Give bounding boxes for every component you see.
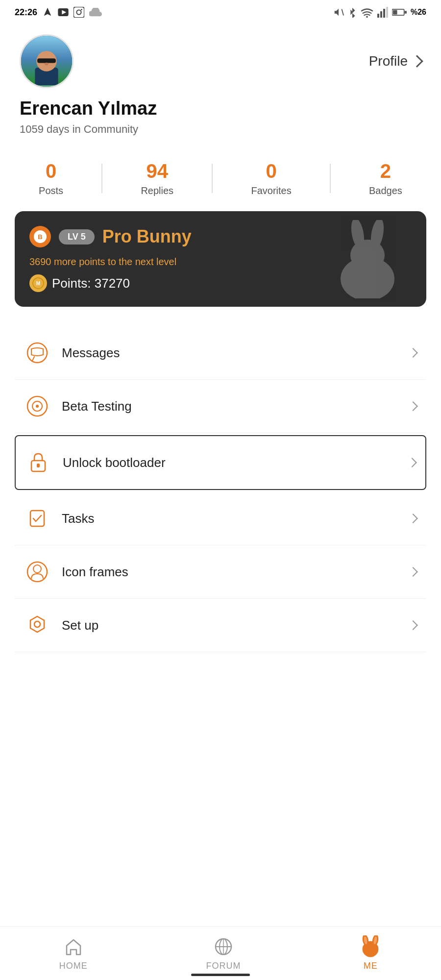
svg-text:M: M (36, 281, 40, 286)
icon-frames-label: Icon frames (62, 564, 128, 580)
tasks-chevron-icon (408, 514, 418, 523)
stat-badges-label: Badges (369, 185, 402, 196)
nav-home[interactable]: HOME (45, 931, 102, 976)
svg-point-35 (33, 565, 41, 573)
bluetooth-icon (348, 7, 357, 18)
menu-item-beta-testing[interactable]: Beta Testing (15, 380, 426, 433)
stats-row: 0 Posts 94 Replies 0 Favorites 2 Badges (0, 150, 441, 206)
stat-favorites-value: 0 (266, 160, 276, 182)
instagram-icon (74, 7, 84, 18)
coin-svg: B (33, 229, 48, 244)
user-name: Erencan Yılmaz (20, 98, 421, 119)
svg-rect-8 (380, 11, 382, 18)
messages-chevron-icon (408, 348, 418, 358)
battery-icon (392, 8, 407, 17)
menu-item-messages[interactable]: Messages (15, 326, 426, 380)
status-right: %26 (333, 7, 426, 18)
cloud-icon (89, 8, 102, 17)
tasks-label: Tasks (62, 511, 94, 526)
icon-frames-icon (24, 559, 50, 585)
points-coin-icon: M (29, 274, 47, 292)
wifi-icon (361, 7, 373, 18)
bottom-home-indicator (191, 974, 250, 976)
svg-point-4 (81, 9, 82, 10)
home-nav-label: HOME (59, 961, 88, 971)
stat-replies[interactable]: 94 Replies (141, 160, 173, 196)
stat-divider-1 (101, 164, 102, 193)
stat-badges-value: 2 (380, 160, 391, 182)
signal-icon (377, 7, 388, 18)
messages-label: Messages (62, 345, 120, 361)
profile-chevron-icon (411, 55, 423, 67)
bunny-bg (318, 211, 416, 307)
stat-posts-value: 0 (46, 160, 56, 182)
svg-point-6 (366, 16, 368, 18)
stat-favorites[interactable]: 0 Favorites (251, 160, 291, 196)
stat-replies-label: Replies (141, 185, 173, 196)
unlock-bootloader-label: Unlock bootloader (63, 455, 166, 470)
svg-point-30 (36, 405, 39, 408)
menu-item-setup[interactable]: Set up (15, 599, 426, 652)
svg-rect-17 (37, 58, 56, 63)
status-time: 22:26 (15, 7, 37, 18)
svg-point-3 (76, 10, 81, 14)
setup-icon (24, 612, 50, 638)
level-name: Pro Bunny (102, 226, 192, 247)
menu-list: Messages Beta Testing (0, 321, 441, 657)
level-tag: LV 5 (59, 229, 95, 245)
level-card: B LV 5 Pro Bunny 3690 more points to the… (15, 211, 426, 307)
navigation-icon (42, 7, 53, 18)
unlock-bootloader-chevron-icon (407, 458, 417, 467)
tasks-icon (24, 506, 50, 531)
menu-item-tasks[interactable]: Tasks (15, 492, 426, 545)
svg-rect-32 (37, 464, 40, 467)
header-area: Profile (0, 24, 441, 93)
setup-chevron-icon (408, 620, 418, 630)
icon-frames-chevron-icon (408, 567, 418, 577)
svg-rect-33 (30, 511, 44, 526)
svg-rect-13 (405, 11, 407, 13)
youtube-icon (58, 8, 69, 16)
stat-posts-label: Posts (39, 185, 63, 196)
svg-line-5 (342, 9, 343, 16)
svg-point-18 (45, 63, 49, 66)
avatar[interactable] (20, 34, 74, 88)
svg-rect-12 (393, 10, 397, 15)
forum-nav-icon (212, 935, 235, 958)
profile-link[interactable]: Profile (369, 53, 421, 69)
mute-icon (333, 7, 344, 18)
svg-rect-7 (377, 14, 379, 18)
svg-rect-9 (383, 9, 385, 18)
svg-text:B: B (38, 233, 42, 241)
svg-rect-2 (74, 7, 84, 18)
unlock-bootloader-icon (25, 450, 51, 475)
nav-me[interactable]: ME (344, 931, 396, 976)
beta-testing-icon (24, 393, 50, 419)
setup-label: Set up (62, 618, 98, 633)
stat-badges[interactable]: 2 Badges (369, 160, 402, 196)
beta-testing-chevron-icon (408, 401, 418, 411)
menu-item-icon-frames[interactable]: Icon frames (15, 545, 426, 599)
home-nav-icon (62, 935, 85, 958)
battery-percent: %26 (411, 8, 426, 17)
bunny-silhouette-icon (323, 220, 412, 298)
user-info: Erencan Yılmaz 1059 days in Community (0, 93, 441, 146)
profile-link-text: Profile (369, 53, 408, 69)
me-nav-label: ME (364, 961, 378, 971)
forum-nav-label: FORUM (206, 961, 241, 971)
stat-posts[interactable]: 0 Posts (39, 160, 63, 196)
nav-forum[interactable]: FORUM (191, 931, 255, 976)
points-value: Points: 37270 (52, 276, 130, 291)
stat-favorites-label: Favorites (251, 185, 291, 196)
stat-replies-value: 94 (147, 160, 169, 182)
svg-marker-36 (30, 616, 44, 632)
stat-divider-3 (330, 164, 331, 193)
user-days: 1059 days in Community (20, 123, 421, 136)
menu-item-unlock-bootloader[interactable]: Unlock bootloader (15, 435, 426, 490)
svg-point-27 (27, 343, 47, 363)
beta-testing-label: Beta Testing (62, 399, 132, 414)
avatar-image (21, 34, 72, 87)
messages-icon (24, 340, 50, 366)
bottom-nav: HOME FORUM (0, 926, 441, 980)
status-left: 22:26 (15, 7, 102, 18)
